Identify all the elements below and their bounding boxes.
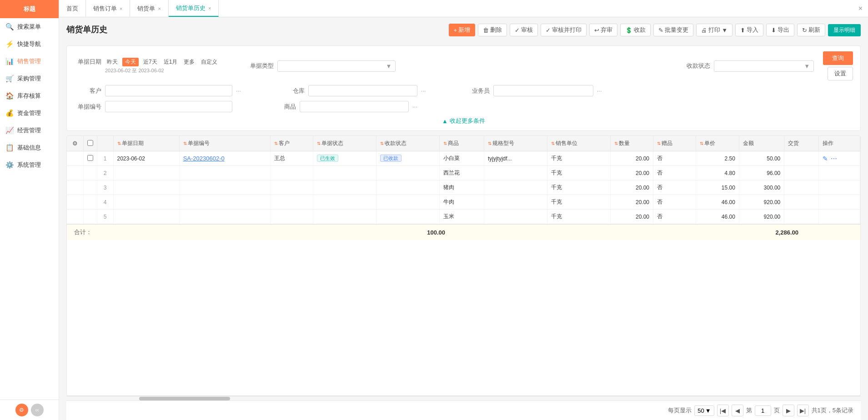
- col-spec[interactable]: ⇅规格型号: [484, 136, 547, 151]
- delete-button[interactable]: 🗑 删除: [478, 24, 507, 36]
- scrollbar-thumb[interactable]: [139, 397, 230, 400]
- sidebar-item-finance[interactable]: 💰 资金管理: [0, 105, 59, 122]
- cell-gift: 否: [653, 210, 696, 224]
- cell-checkbox[interactable]: [83, 166, 97, 180]
- horizontal-scrollbar[interactable]: [66, 396, 861, 400]
- col-settings[interactable]: ⚙: [67, 136, 83, 151]
- import-icon: ⬆: [740, 27, 745, 34]
- export-button[interactable]: ⬇ 导出: [766, 24, 794, 36]
- col-gift[interactable]: ⇅赠品: [653, 136, 696, 151]
- date-tab-today[interactable]: 今天: [122, 58, 139, 66]
- collect-button[interactable]: 💲 收款: [620, 24, 651, 36]
- tab-close-sales-goods[interactable]: ×: [158, 6, 161, 11]
- col-collect-status[interactable]: ⇅收款状态: [376, 136, 439, 151]
- sidebar-item-search-menu[interactable]: 🔍 搜索菜单: [0, 18, 59, 35]
- doc-type-select[interactable]: ▼: [277, 60, 396, 72]
- sidebar-item-sales-mgmt[interactable]: 📊 销售管理: [0, 53, 59, 70]
- sidebar-collapse-btn[interactable]: ‹‹: [31, 404, 44, 416]
- sidebar-item-operation[interactable]: 📈 经营管理: [0, 122, 59, 139]
- last-page-button[interactable]: ▶|: [797, 405, 809, 416]
- sidebar-item-label: 经营管理: [17, 126, 41, 135]
- batch-change-button[interactable]: ✎ 批量变更: [653, 24, 693, 36]
- add-button[interactable]: + 新增: [449, 24, 476, 36]
- tab-close-sales-order[interactable]: ×: [120, 6, 122, 11]
- agent-picker-icon[interactable]: ···: [597, 87, 602, 94]
- per-page-select[interactable]: 50 ▼: [694, 405, 714, 416]
- audit-button[interactable]: ✓ 审核: [510, 24, 538, 36]
- filter-settings-button[interactable]: 设置: [828, 67, 853, 80]
- tab-sales-order[interactable]: 销售订单 ×: [86, 0, 130, 17]
- sidebar-item-quick-nav[interactable]: ⚡ 快捷导航: [0, 35, 59, 53]
- table-settings-icon[interactable]: ⚙: [72, 140, 78, 147]
- page-number-input[interactable]: 1: [755, 405, 771, 416]
- doc-no-input[interactable]: [105, 101, 232, 112]
- cell-checkbox[interactable]: [83, 151, 97, 166]
- sidebar-item-inventory[interactable]: 🏠 库存核算: [0, 87, 59, 105]
- collect-status-select[interactable]: ▼: [714, 60, 814, 72]
- col-customer[interactable]: ⇅客户: [270, 136, 313, 151]
- col-unit[interactable]: ⇅销售单位: [547, 136, 610, 151]
- sidebar-item-purchase-mgmt[interactable]: 🛒 采购管理: [0, 70, 59, 87]
- sidebar-logo: 标题: [0, 0, 59, 18]
- edit-action-icon[interactable]: ✎: [823, 155, 828, 162]
- audit-print-button[interactable]: ✓ 审核并打印: [541, 24, 587, 36]
- date-tab-1month[interactable]: 近1月: [162, 58, 180, 66]
- more-action-icon[interactable]: ⋯: [831, 155, 837, 162]
- cell-action: [819, 180, 860, 195]
- tabbar-close-all[interactable]: ×: [853, 5, 868, 13]
- agent-input[interactable]: [493, 85, 593, 96]
- date-tab-7days[interactable]: 近7天: [141, 58, 159, 66]
- refresh-icon: ↻: [802, 27, 807, 34]
- warehouse-input[interactable]: [308, 85, 417, 96]
- first-page-button[interactable]: |◀: [717, 405, 729, 416]
- date-tab-custom[interactable]: 自定义: [199, 58, 219, 66]
- col-doc-date[interactable]: ⇅单据日期: [113, 136, 179, 151]
- sidebar-settings-btn[interactable]: ⚙: [15, 404, 28, 416]
- sidebar-item-label: 资金管理: [17, 109, 41, 117]
- customer-picker-icon[interactable]: ···: [236, 87, 241, 94]
- date-tab-more[interactable]: 更多: [182, 58, 196, 66]
- money-icon: 💰: [5, 109, 14, 117]
- import-button[interactable]: ⬆ 导入: [735, 24, 763, 36]
- per-page-label: 每页显示: [668, 406, 692, 415]
- goods-picker-icon[interactable]: ···: [412, 103, 417, 110]
- select-all-checkbox[interactable]: [87, 140, 93, 146]
- filter-area: 单据日期 昨天 今天 近7天 近1月 更多 自定义 2023-06-02 至 2…: [66, 45, 861, 131]
- row-checkbox[interactable]: [87, 155, 93, 161]
- query-button[interactable]: 查询: [823, 51, 853, 65]
- cell-num: 4: [97, 195, 113, 210]
- next-page-button[interactable]: ▶: [783, 405, 794, 416]
- prev-page-button[interactable]: ◀: [732, 405, 743, 416]
- cell-collect-status: [376, 210, 439, 224]
- warehouse-picker-icon[interactable]: ···: [421, 87, 426, 94]
- cell-customer: [270, 180, 313, 195]
- col-goods[interactable]: ⇅商品: [439, 136, 484, 151]
- tab-close-sales-history[interactable]: ×: [208, 5, 211, 11]
- customer-input[interactable]: [105, 85, 232, 96]
- collapse-button[interactable]: ▲ 收起更多条件: [74, 117, 853, 125]
- sidebar-item-basic-info[interactable]: 📋 基础信息: [0, 139, 59, 156]
- display-detail-button[interactable]: 显示明细: [828, 24, 861, 36]
- tab-home[interactable]: 首页: [59, 0, 86, 17]
- tab-sales-goods[interactable]: 销货单 ×: [130, 0, 168, 17]
- date-tab-yesterday[interactable]: 昨天: [105, 58, 120, 66]
- cell-qty: 20.00: [610, 151, 653, 166]
- col-qty[interactable]: ⇅数量: [610, 136, 653, 151]
- per-page-value: 50: [697, 407, 704, 414]
- collect-status-label: 收款状态: [683, 62, 710, 70]
- cell-goods: 小白菜: [439, 151, 484, 166]
- cell-checkbox[interactable]: [83, 180, 97, 195]
- goods-input[interactable]: [300, 101, 409, 112]
- doc-no-link[interactable]: SA-20230602-0: [183, 155, 225, 162]
- col-doc-status[interactable]: ⇅单据状态: [313, 136, 376, 151]
- cell-checkbox[interactable]: [83, 210, 97, 224]
- cell-checkbox[interactable]: [83, 195, 97, 210]
- abandon-button[interactable]: ↩ 弃审: [589, 24, 617, 36]
- print-button[interactable]: 🖨 打印 ▼: [696, 24, 733, 36]
- tab-sales-history[interactable]: 销货单历史 ×: [169, 0, 219, 17]
- sidebar-item-system-mgmt[interactable]: ⚙️ 系统管理: [0, 156, 59, 174]
- col-doc-no[interactable]: ⇅单据编号: [179, 136, 270, 151]
- col-price[interactable]: ⇅单价: [696, 136, 739, 151]
- gear-icon: ⚙️: [5, 161, 14, 169]
- refresh-button[interactable]: ↻ 刷新: [797, 24, 825, 36]
